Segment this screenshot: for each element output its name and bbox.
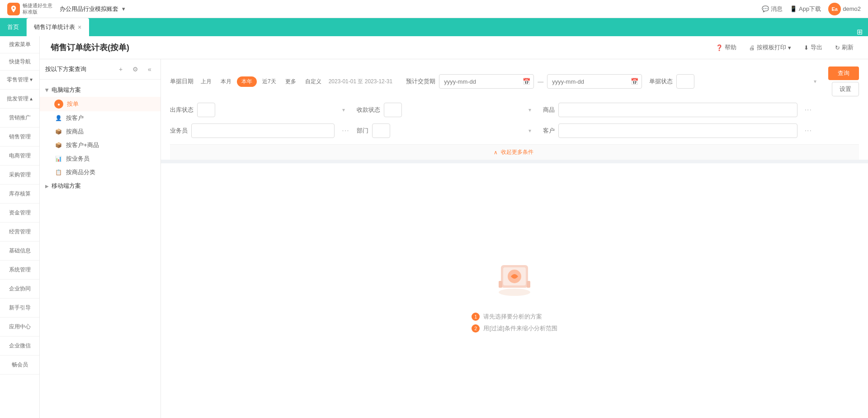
active-indicator: ● (54, 100, 63, 109)
payment-status-label: 收款状态 (357, 106, 380, 114)
empty-hints: 1 请先选择要分析的方案 2 用[过滤]条件来缩小分析范围 (472, 313, 557, 332)
date-btn-this-month[interactable]: 本月 (217, 76, 235, 87)
export-button[interactable]: ⬇ 导出 (800, 42, 826, 53)
collapse-bar[interactable]: ∧ 收起更多条件 (170, 144, 859, 160)
app-download-button[interactable]: 📱 App下载 (790, 5, 821, 13)
department-select[interactable] (372, 124, 390, 138)
sidebar-item-retail[interactable]: 零售管理 ▾ (0, 71, 39, 90)
date-dash: — (538, 78, 543, 85)
user-menu[interactable]: Ea demo2 (828, 3, 861, 15)
chart-icon: 📊 (54, 155, 62, 163)
page-title: 销售订单统计表(按单) (51, 42, 129, 53)
logo-icon (7, 3, 20, 15)
tree-group-mobile-header[interactable]: ▶ 移动端方案 (40, 179, 160, 193)
sidebar-search[interactable]: 搜索菜单 (0, 36, 39, 53)
hint-num-1: 1 (472, 313, 480, 321)
collapse-up-icon: ∧ (494, 149, 498, 156)
date-to-input[interactable] (547, 74, 642, 89)
tree-item-by-customer-goods[interactable]: 📦 按客户+商品 (40, 138, 160, 152)
help-button[interactable]: ❓ 帮助 (712, 42, 740, 53)
tab-home[interactable]: 首页 (0, 18, 27, 36)
scheme-settings-button[interactable]: ⚙ (130, 64, 141, 75)
date-btn-custom[interactable]: 自定义 (302, 76, 325, 87)
app-download-icon: 📱 (790, 5, 797, 12)
sidebar-item-enterprise[interactable]: 企业协同 (0, 280, 39, 299)
sidebar-item-wholesale[interactable]: 批发管理 ▴ (0, 90, 39, 109)
box-icon: 📦 (54, 128, 62, 136)
date-range-display: 2023-01-01 至 2023-12-31 (329, 78, 392, 86)
logo-svg (9, 5, 18, 13)
sidebar-item-inventory[interactable]: 库存核算 (0, 185, 39, 204)
refresh-button[interactable]: ↻ 刷新 (831, 42, 857, 53)
empty-state: 1 请先选择要分析的方案 2 用[过滤]条件来缩小分析范围 (161, 163, 868, 418)
date-btn-last-month[interactable]: 上月 (197, 76, 215, 87)
collapse-panel-button[interactable]: « (144, 64, 155, 75)
payment-status-select[interactable] (384, 103, 402, 117)
content: 销售订单统计表(按单) ❓ 帮助 🖨 按模板打印 ▾ ⬇ 导出 ↻ 刷新 (40, 36, 868, 418)
filter-out-status-item: 出库状态 (170, 103, 349, 117)
filter-row-2: 出库状态 收款状态 (170, 103, 859, 117)
sidebar-item-sales[interactable]: 销售管理 (0, 128, 39, 147)
sidebar-item-ecommerce[interactable]: 电商管理 (0, 147, 39, 166)
filter-customer-item: 客户 ··· (543, 124, 812, 138)
content-body: 按以下方案查询 + ⚙ « ▶ 电脑端方案 (40, 59, 868, 418)
sidebar-item-member[interactable]: 畅会员 (0, 356, 39, 375)
tree-container: ▶ 电脑端方案 ● 按单 👤 按客户 📦 (40, 80, 160, 418)
tree-item-by-goods-category[interactable]: 📋 按商品分类 (40, 166, 160, 179)
sidebar-item-finance[interactable]: 资金管理 (0, 204, 39, 223)
out-status-select[interactable] (197, 103, 215, 117)
date-from-wrap: 📅 (439, 74, 534, 89)
date-btn-this-year[interactable]: 本年 (237, 76, 257, 87)
tree-item-by-goods[interactable]: 📦 按商品 (40, 125, 160, 138)
payment-status-wrap (384, 103, 536, 117)
sidebar-item-appcenter[interactable]: 应用中心 (0, 318, 39, 337)
message-icon: 💬 (762, 5, 769, 12)
date-btn-more[interactable]: 更多 (282, 76, 300, 87)
customer-more-icon[interactable]: ··· (805, 127, 812, 135)
query-button[interactable]: 查询 (828, 66, 859, 80)
out-status-label: 出库状态 (170, 106, 193, 114)
sidebar-item-marketing[interactable]: 营销推广 (0, 109, 39, 128)
settings-button[interactable]: 设置 (832, 82, 859, 96)
sidebar-item-wechat[interactable]: 企业微信 (0, 337, 39, 356)
date-label: 单据日期 (170, 77, 193, 86)
status-select[interactable] (676, 74, 694, 89)
date-from-input[interactable] (439, 74, 534, 89)
sidebar-item-purchase[interactable]: 采购管理 (0, 166, 39, 185)
tree-item-by-order[interactable]: ● 按单 (40, 97, 160, 111)
salesman-input[interactable] (191, 124, 335, 138)
tree-item-by-customer[interactable]: 👤 按客户 (40, 111, 160, 125)
help-icon: ❓ (716, 44, 723, 51)
app-title-dropdown[interactable]: ▾ (122, 5, 125, 12)
calendar-to-icon[interactable]: 📅 (631, 78, 638, 85)
svg-rect-5 (527, 281, 530, 288)
filter-department-item: 部门 (357, 124, 536, 138)
tab-sales-statistics[interactable]: 销售订单统计表 × (27, 18, 89, 36)
status-label: 单据状态 (649, 77, 673, 86)
customer-input[interactable] (558, 124, 797, 138)
message-button[interactable]: 💬 消息 (762, 5, 783, 13)
date-btn-last-7days[interactable]: 近7天 (259, 76, 280, 87)
sidebar-item-system[interactable]: 系统管理 (0, 261, 39, 280)
sidebar-item-guide[interactable]: 新手引导 (0, 299, 39, 318)
out-status-wrap (197, 103, 349, 117)
filter-salesman-item: 业务员 ··· (170, 124, 349, 138)
sidebar-item-operation[interactable]: 经营管理 (0, 223, 39, 242)
tab-expand[interactable]: ⊞ (851, 28, 868, 36)
filter-payment-status-item: 收款状态 (357, 103, 536, 117)
sidebar-item-basic[interactable]: 基础信息 (0, 242, 39, 261)
calendar-from-icon[interactable]: 📅 (523, 78, 530, 85)
add-scheme-button[interactable]: + (115, 64, 126, 75)
empty-hint-2: 2 用[过滤]条件来缩小分析范围 (472, 324, 557, 332)
print-button[interactable]: 🖨 按模板打印 ▾ (745, 42, 795, 53)
salesman-more-icon[interactable]: ··· (342, 127, 349, 135)
goods-input[interactable] (558, 103, 797, 117)
sidebar-quick-nav[interactable]: 快捷导航 (0, 53, 39, 71)
svg-point-0 (499, 289, 530, 296)
expected-date-label: 预计交货期 (406, 77, 435, 86)
tree-group-pc-header[interactable]: ▶ 电脑端方案 (40, 83, 160, 97)
goods-more-icon[interactable]: ··· (805, 106, 812, 114)
tab-close-icon[interactable]: × (78, 24, 81, 30)
tree-item-by-salesman[interactable]: 📊 按业务员 (40, 152, 160, 166)
tree-group-mobile: ▶ 移动端方案 (40, 179, 160, 193)
